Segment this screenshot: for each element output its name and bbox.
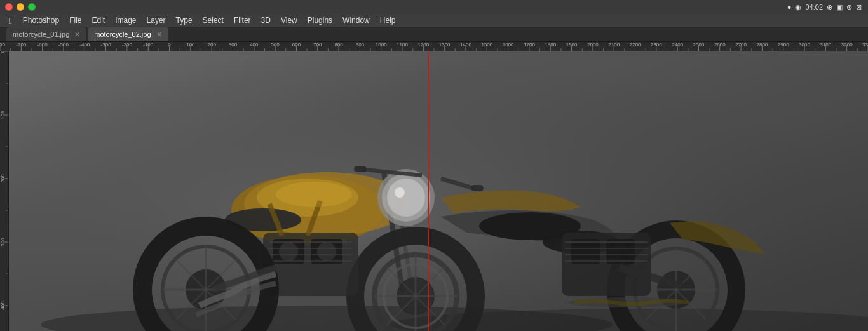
canvas-image	[9, 51, 868, 331]
menu-layer[interactable]: Layer	[142, 15, 170, 26]
tab-0-label: motorcycle_01.jpg	[13, 30, 69, 38]
system-icon-battery: ▣	[836, 3, 843, 11]
tab-1-label: motorcycle_02.jpg	[94, 30, 151, 38]
svg-point-28	[317, 242, 336, 261]
menu-filter[interactable]: Filter	[229, 15, 255, 26]
tab-0[interactable]: motorcycle_01.jpg ✕	[6, 27, 86, 41]
menu-window[interactable]: Window	[338, 15, 374, 26]
svg-rect-60	[471, 185, 484, 191]
menu-3d[interactable]: 3D	[257, 15, 275, 26]
svg-point-61	[276, 182, 352, 207]
menu-edit[interactable]: Edit	[87, 15, 109, 26]
menu-help[interactable]: Help	[376, 15, 400, 26]
svg-rect-23	[354, 166, 367, 172]
menu-bar:  Photoshop File Edit Image Layer Type S…	[0, 14, 868, 27]
menu-photoshop[interactable]: Photoshop	[18, 15, 64, 26]
close-button[interactable]	[5, 3, 13, 11]
tab-0-close[interactable]: ✕	[69, 30, 80, 39]
system-time: 04:02	[805, 3, 823, 11]
svg-point-27	[279, 242, 298, 261]
menu-select[interactable]: Select	[198, 15, 228, 26]
guide-line[interactable]	[428, 51, 429, 331]
minimize-button[interactable]	[17, 3, 24, 11]
traffic-lights	[0, 3, 36, 11]
horizontal-ruler	[0, 42, 868, 51]
vertical-ruler	[0, 51, 9, 331]
apple-logo[interactable]: 	[4, 15, 17, 27]
titlebar: ● ◉ 04:02 ⊕ ▣ ⊛ ⊠	[0, 0, 868, 14]
menu-image[interactable]: Image	[111, 15, 140, 26]
system-icon-wifi: ●	[787, 3, 792, 11]
svg-point-20	[387, 179, 425, 217]
viewport[interactable]	[9, 51, 868, 331]
system-icon-wifi2: ◉	[795, 3, 801, 11]
vruler-canvas	[0, 51, 9, 331]
tab-1[interactable]: motorcycle_02.jpg ✕	[88, 27, 168, 41]
menu-view[interactable]: View	[276, 15, 302, 26]
system-icon-extra: ⊠	[856, 3, 862, 11]
ruler-canvas	[0, 42, 868, 51]
svg-point-21	[395, 187, 405, 198]
tab-bar: motorcycle_01.jpg ✕ motorcycle_02.jpg ✕	[0, 27, 868, 42]
maximize-button[interactable]	[28, 3, 36, 11]
canvas-area[interactable]	[0, 51, 868, 331]
system-icon-wifi3: ⊛	[846, 3, 852, 11]
menu-type[interactable]: Type	[172, 15, 197, 26]
system-icon-control: ⊕	[827, 3, 832, 11]
tab-1-close[interactable]: ✕	[151, 30, 162, 39]
menu-plugins[interactable]: Plugins	[303, 15, 337, 26]
menu-file[interactable]: File	[65, 15, 86, 26]
